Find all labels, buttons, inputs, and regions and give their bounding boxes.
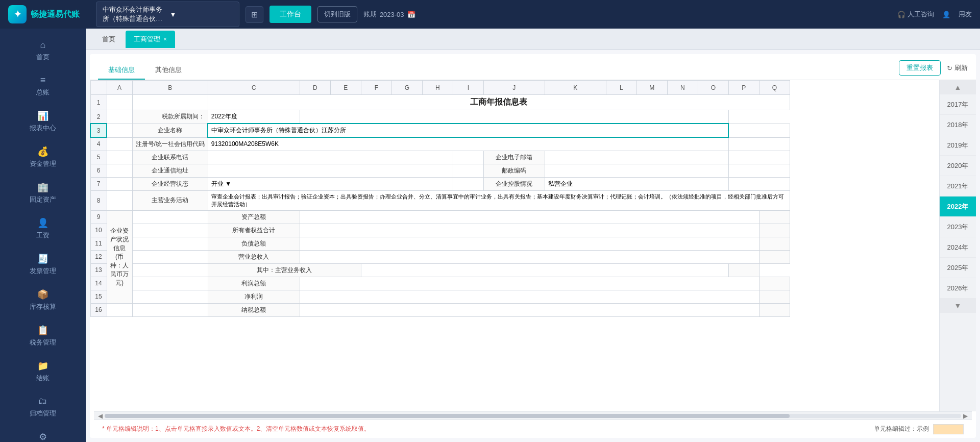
h-scroll-thumb[interactable]	[105, 414, 790, 418]
row-num-8: 8	[90, 190, 107, 210]
col-header-c: C	[208, 81, 300, 95]
col-header-p: P	[728, 81, 759, 95]
cell-edit-note: * 单元格编辑说明：1、点击单元格直接录入数值或文本。2、清空单元格数值或文本恢…	[102, 425, 370, 433]
year-item-2023[interactable]: 2023年	[940, 217, 976, 237]
table-row: 11 负债总额	[90, 237, 790, 250]
sidebar-item-reports-label: 报表中心	[30, 124, 56, 133]
table-row: 5 企业联系电话 企业电子邮箱	[90, 151, 790, 164]
h-scroll-track[interactable]	[105, 414, 961, 418]
cell-7c-h[interactable]: 开业 ▼	[208, 177, 453, 190]
period-label: 账期	[363, 10, 377, 19]
year-panel-down-arrow[interactable]: ▼	[940, 299, 976, 313]
table-row: 9 企业资产状况信息(币种：人民币万元) 资产总额	[90, 210, 790, 224]
cell-4c[interactable]: 91320100MA208E5W6K	[208, 137, 728, 151]
sidebar-item-closing[interactable]: 📁 结账	[4, 354, 82, 389]
year-item-2024[interactable]: 2024年	[940, 237, 976, 258]
sidebar-item-ledger-label: 总账	[36, 88, 50, 97]
cell-12d-q[interactable]	[300, 250, 759, 263]
table-row: 8 主营业务活动 审查企业会计报表；出具审计报告；验证企业资本；出具验资报告；办…	[90, 190, 790, 210]
cell-7k-o[interactable]: 私营企业	[545, 177, 728, 190]
sidebar-item-salary[interactable]: 👤 工资	[4, 211, 82, 246]
tab-close-icon[interactable]: ×	[163, 36, 167, 43]
cell-13f-q[interactable]	[361, 263, 728, 277]
year-item-2019[interactable]: 2019年	[940, 135, 976, 156]
year-item-2026[interactable]: 2026年	[940, 278, 976, 299]
chevron-down-icon: ▼	[169, 11, 232, 18]
cell-5k-o[interactable]	[545, 151, 728, 164]
sidebar-item-home-label: 首页	[36, 53, 50, 62]
scroll-right-arrow[interactable]: ▶	[961, 412, 970, 420]
company-copy-button[interactable]: ⊞	[246, 6, 263, 23]
row-num-1: 1	[90, 95, 107, 110]
topbar-right: 🎧 人工咨询 👤 用友	[897, 10, 972, 19]
sidebar-item-inventory[interactable]: 📦 库存核算	[4, 283, 82, 317]
sidebar-item-finance[interactable]: 💰 资金管理	[4, 140, 82, 175]
h-scroll-bar[interactable]: ◀ ▶	[94, 411, 972, 420]
sidebar-item-settings[interactable]: ⚙ 设置	[4, 425, 82, 442]
cell-11d-q[interactable]	[300, 237, 759, 250]
row-num-15: 15	[90, 290, 107, 303]
tab-bar: 首页 工商管理 ×	[86, 29, 980, 50]
calendar-icon[interactable]: 📅	[407, 11, 415, 18]
year-item-2020[interactable]: 2020年	[940, 156, 976, 176]
col-header-rownum	[90, 81, 107, 95]
year-item-2022[interactable]: 2022年	[940, 197, 976, 217]
cell-14d-q[interactable]	[300, 277, 759, 290]
cell-5c-h[interactable]	[208, 151, 453, 164]
cell-9d-q[interactable]	[300, 210, 759, 224]
spreadsheet-wrapper: A B C D E F G H I J K L	[90, 80, 976, 411]
sub-tab-other[interactable]: 其他信息	[145, 61, 192, 80]
sidebar-item-home[interactable]: ⌂ 首页	[4, 34, 82, 68]
refresh-label: 刷新	[954, 63, 968, 72]
cell-16d-q[interactable]	[300, 303, 759, 316]
user-name: 用友	[959, 10, 972, 19]
cell-4o-q	[728, 137, 790, 151]
year-item-2021[interactable]: 2021年	[940, 176, 976, 197]
table-row: 13 其中：主营业务收入	[90, 263, 790, 277]
inventory-icon: 📦	[37, 289, 48, 300]
col-header-b: B	[132, 81, 208, 95]
cell-11b	[132, 237, 208, 250]
cell-3c-active[interactable]: 中审众环会计师事务所（特殊普通合伙）江苏分所	[208, 124, 728, 137]
row-num-16: 16	[90, 303, 107, 316]
sidebar-item-assets[interactable]: 🏢 固定资产	[4, 176, 82, 210]
year-item-2017[interactable]: 2017年	[940, 94, 976, 115]
sidebar-item-tax[interactable]: 📋 税务管理	[4, 318, 82, 353]
scroll-left-arrow[interactable]: ◀	[96, 412, 105, 420]
refresh-button[interactable]: ↻ 刷新	[947, 63, 968, 72]
tab-home[interactable]: 首页	[94, 31, 124, 48]
cell-16b	[132, 303, 208, 316]
year-item-2025[interactable]: 2025年	[940, 258, 976, 278]
cell-15d-q[interactable]	[300, 290, 759, 303]
cell-6c-h[interactable]	[208, 164, 453, 177]
sidebar-item-ledger[interactable]: ≡ 总账	[4, 69, 82, 103]
cell-3b: 企业名称	[132, 124, 208, 137]
reset-report-button[interactable]: 重置报表	[899, 60, 941, 76]
table-row: 6 企业通信地址 邮政编码	[90, 164, 790, 177]
cell-7a	[107, 177, 132, 190]
cell-10d-q[interactable]	[300, 224, 759, 237]
year-panel-up-arrow[interactable]: ▲	[940, 80, 976, 94]
row-num-7: 7	[90, 177, 107, 190]
spreadsheet[interactable]: A B C D E F G H I J K L	[90, 80, 939, 411]
row-num-10: 10	[90, 224, 107, 237]
cell-6k-o[interactable]	[545, 164, 728, 177]
tab-gongshang[interactable]: 工商管理 ×	[126, 31, 175, 48]
col-header-j: J	[483, 81, 545, 95]
bottom-bar: * 单元格编辑说明：1、点击单元格直接录入数值或文本。2、清空单元格数值或文本恢…	[94, 420, 972, 438]
sidebar-item-archive[interactable]: 🗂 归档管理	[4, 390, 82, 424]
cell-8c-q[interactable]: 审查企业会计报表；出具审计报告；验证企业资本；出具验资报告；办理企业合并、分立、…	[208, 190, 790, 210]
cell-13c-e: 其中：主营业务收入	[208, 263, 361, 277]
company-selector[interactable]: 中审众环会计师事务所（特殊普通合伙… ▼	[96, 2, 239, 27]
sub-tab-basic[interactable]: 基础信息	[98, 61, 145, 80]
sidebar-item-invoice[interactable]: 🧾 发票管理	[4, 247, 82, 282]
switch-version-button[interactable]: 切到旧版	[317, 6, 357, 22]
year-item-2018[interactable]: 2018年	[940, 115, 976, 135]
row-num-5: 5	[90, 151, 107, 164]
service-button[interactable]: 🎧 人工咨询	[897, 10, 934, 19]
cell-2c[interactable]: 2022年度	[208, 110, 300, 124]
cell-8a	[107, 190, 132, 210]
sidebar-item-reports[interactable]: 📊 报表中心	[4, 104, 82, 139]
workbench-button[interactable]: 工作台	[270, 6, 311, 23]
cell-11c: 负债总额	[208, 237, 300, 250]
